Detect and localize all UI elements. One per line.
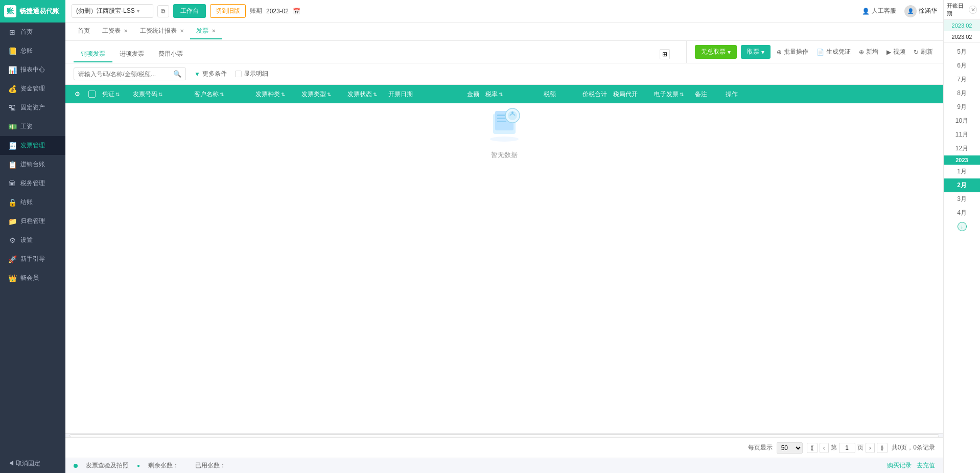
ledger-icon: 📒 [8,47,16,55]
tax-rate-sort-icon[interactable]: ⇅ [499,92,503,97]
no-invoice-dropdown-icon: ▾ [728,49,731,56]
sidebar-collapse-btn[interactable]: ◀ 取消固定 [0,454,65,473]
search-input[interactable] [78,71,170,78]
period-calendar-icon[interactable]: 📅 [293,8,300,15]
date-month-8[interactable]: 8月 [944,86,980,100]
customer-service-btn[interactable]: 👤 人工客服 [862,7,896,15]
batch-ops-btn[interactable]: ⊕ 批量操作 [775,45,810,59]
date-month-12[interactable]: 12月 [944,142,980,155]
status-sort-icon[interactable]: ⇅ [373,92,377,97]
th-date: 开票日期 [385,90,431,99]
date-month-11[interactable]: 11月 [944,128,980,142]
user-menu[interactable]: 👤 徐涵华 [904,5,937,17]
first-page-btn[interactable]: ⟪ [807,443,818,453]
sidebar-item-label: 结账 [20,198,33,207]
tab-invoice-close[interactable]: ✕ [212,28,216,34]
copy-company-btn[interactable]: ⧉ [157,5,169,17]
workspace-btn[interactable]: 工作台 [173,4,206,18]
voucher-sort-icon[interactable]: ⇅ [115,92,120,97]
sidebar-item-member[interactable]: 👑 畅会员 [0,268,65,287]
sidebar-item-home[interactable]: ⊞ 首页 [0,22,65,41]
date-month-1-2023[interactable]: 1月 [944,165,980,178]
date-entry-2023-02[interactable]: 2023.02 [944,31,980,43]
date-panel: 开账日期 ✕ 2023.02 2023.02 5月 6月 7月 8月 9月 [943,0,980,473]
sidebar-item-payroll[interactable]: 💵 工资 [0,117,65,136]
customer-sort-icon[interactable]: ⇅ [220,92,224,97]
recharge-link[interactable]: 去充值 [917,462,935,469]
sidebar-item-tax[interactable]: 🏛 税务管理 [0,174,65,193]
tab-bar: 首页 工资表 ✕ 工资统计报表 ✕ 发票 ✕ [65,22,943,41]
tab-invoice[interactable]: 发票 ✕ [190,24,222,39]
sidebar-item-settings[interactable]: ⚙ 设置 [0,231,65,250]
check-label: 发票查验及拍照 [86,461,129,470]
switch-version-btn[interactable]: 切到旧版 [210,4,246,18]
sub-tab-expense-receipt[interactable]: 费用小票 [151,47,190,62]
date-month-2-2023[interactable]: 2月 [944,178,980,192]
date-month-3-2023[interactable]: 3月 [944,192,980,206]
add-new-label: 新增 [866,48,878,56]
inv-kind-sort-icon[interactable]: ⇅ [327,92,331,97]
take-invoice-btn[interactable]: 取票 ▾ [741,45,771,59]
company-selector[interactable]: (勿删）江西股宝-LSS ▾ [72,4,153,18]
generate-voucher-btn[interactable]: 📄 生成凭证 [814,45,853,59]
sidebar-item-newbie[interactable]: 🚀 新手引导 [0,250,65,268]
tab-home[interactable]: 首页 [72,24,96,39]
date-month-5[interactable]: 5月 [944,45,980,59]
sidebar-item-closing[interactable]: 🔒 结账 [0,193,65,212]
th-total: 价税合计 [559,90,610,99]
period-label: 账期 [250,7,262,15]
sidebar-item-fixed-assets[interactable]: 🏗 固定资产 [0,98,65,117]
no-invoice-btn[interactable]: 无总取票 ▾ [695,45,737,59]
per-page-select[interactable]: 50 20 100 [777,442,803,454]
th-e-invoice: 电子发票 ⇅ [651,90,692,99]
sidebar-item-general-ledger[interactable]: 📒 总账 [0,41,65,60]
page-input[interactable] [839,443,855,453]
sub-tab-purchase-invoice[interactable]: 进项发票 [112,47,151,62]
sidebar-item-archive[interactable]: 📁 归档管理 [0,212,65,231]
date-scroll-indicator[interactable]: ↓ [944,220,980,233]
date-entry-2023-02-top[interactable]: 2023.02 [944,20,980,31]
payroll-icon: 💵 [8,123,16,131]
prev-page-btn[interactable]: ‹ [820,443,829,453]
sidebar-item-reports[interactable]: 📊 报表中心 [0,60,65,79]
more-filter-btn[interactable]: ▼ 更多条件 [194,70,227,78]
refresh-btn[interactable]: ↻ 刷新 [912,45,935,59]
date-month-9[interactable]: 9月 [944,100,980,114]
sales-ledger-icon: 📋 [8,161,16,169]
sidebar-item-invoice[interactable]: 🧾 发票管理 [0,136,65,155]
add-new-btn[interactable]: ⊕ 新增 [857,45,880,59]
sidebar-item-label: 归档管理 [20,217,45,226]
add-new-icon: ⊕ [859,49,864,56]
table-settings-icon[interactable]: ⊞ [660,49,670,59]
date-month-6[interactable]: 6月 [944,59,980,73]
sub-tab-sales-invoice[interactable]: 销项发票 [74,47,112,62]
show-detail-checkbox[interactable]: 显示明细 [235,70,268,78]
date-year-2023[interactable]: 2023 [944,155,980,165]
date-panel-close-btn[interactable]: ✕ [969,6,977,14]
scroll-down-icon[interactable]: ↓ [958,222,967,231]
copy-icon: ⧉ [161,8,166,15]
th-settings[interactable]: ⚙ [69,91,85,98]
next-page-btn[interactable]: › [866,443,875,453]
th-check[interactable] [85,91,99,98]
e-invoice-sort-icon[interactable]: ⇅ [680,92,684,97]
tab-payroll-close[interactable]: ✕ [124,28,128,34]
invoice-no-sort-icon[interactable]: ⇅ [158,92,162,97]
video-btn[interactable]: ▶ 视频 [884,45,907,59]
inv-type-sort-icon[interactable]: ⇅ [281,92,285,97]
date-month-7[interactable]: 7月 [944,73,980,86]
tab-payroll-stats[interactable]: 工资统计报表 ✕ [134,24,190,39]
sidebar-item-capital[interactable]: 💰 资金管理 [0,79,65,98]
sidebar-item-label: 工资 [20,122,33,131]
tab-payroll-stats-close[interactable]: ✕ [180,28,184,34]
take-invoice-label: 取票 [747,48,759,56]
last-page-btn[interactable]: ⟫ [877,443,888,453]
date-month-4-2023[interactable]: 4月 [944,206,980,220]
check-status-dot [74,462,78,469]
th-action-label: 操作 [726,90,738,99]
date-month-10[interactable]: 10月 [944,114,980,128]
tab-payroll[interactable]: 工资表 ✕ [96,24,134,39]
purchase-record-link[interactable]: 购买记录 [887,462,912,469]
sidebar-item-sales-ledger[interactable]: 📋 进销台账 [0,155,65,174]
sidebar-item-label: 报表中心 [20,65,45,74]
